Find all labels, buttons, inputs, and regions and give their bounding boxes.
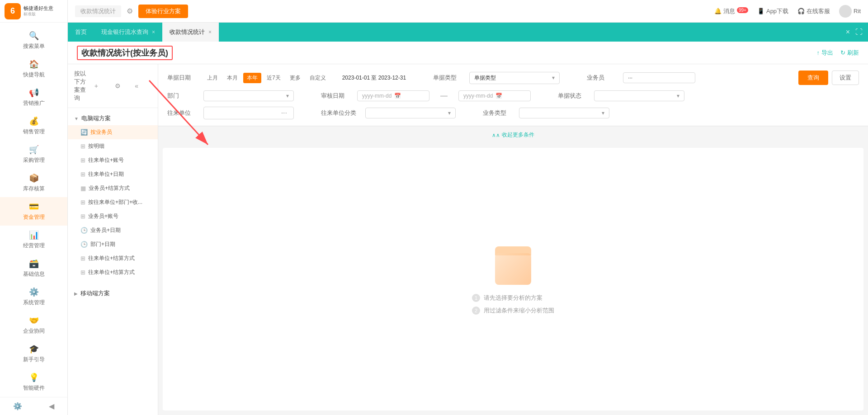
- business-type-select[interactable]: ▾: [519, 108, 609, 118]
- scheme-item-detail[interactable]: ⊞ 按明细: [68, 139, 158, 153]
- sidebar-item-purchase[interactable]: 🛒 采购管理: [0, 140, 67, 169]
- sidebar-collapse-btn[interactable]: ◀: [49, 402, 54, 410]
- sidebar-item-marketing[interactable]: 📢 营销推广: [0, 83, 67, 112]
- online-service-item[interactable]: 🎧 在线客服: [797, 7, 830, 15]
- guide-icon: 🎓: [29, 344, 39, 354]
- sidebar-item-operations[interactable]: 📊 经营管理: [0, 226, 67, 254]
- doc-type-select[interactable]: 单据类型 ▾: [469, 72, 560, 84]
- partner-settle2-icon: ⊞: [80, 269, 85, 276]
- scheme-group-desktop-title[interactable]: ▼ 电脑端方案: [68, 112, 158, 125]
- sidebar-label-enterprise: 企业协同: [23, 327, 45, 335]
- scheme-collapse-btn[interactable]: «: [135, 82, 151, 90]
- sidebar-item-basic[interactable]: 🗃️ 基础信息: [0, 254, 67, 283]
- date-tab-last-month[interactable]: 上月: [203, 73, 222, 83]
- search-icon: 🔍: [29, 31, 39, 41]
- review-date-from-input[interactable]: yyyy-mm-dd 📅: [357, 90, 429, 101]
- scheme-item-salesperson-date-label: 业务员+日期: [90, 226, 121, 234]
- salesperson-account-icon: ⊞: [80, 213, 85, 220]
- content-body: 按以下方案查询 + ⚙ « ▼ 电脑端方案 🔄 按业务员 ⊞: [68, 64, 868, 415]
- sidebar-item-guide[interactable]: 🎓 新手引导: [0, 340, 67, 368]
- date-label: 单据日期: [167, 74, 194, 82]
- filter-row-date: 单据日期 上月 本月 本年 近7天 更多 自定义 2023-01-01 至 20…: [167, 71, 859, 85]
- tab-bank-close[interactable]: ×: [152, 29, 155, 35]
- partner-category-select[interactable]: ▾: [365, 108, 456, 118]
- partner-more-btn[interactable]: ···: [281, 109, 287, 117]
- sidebar: 6 畅捷通好生意 标准版 🔍 搜索菜单 🏠 快捷导航 📢 营销推广 💰 销售管理…: [0, 0, 68, 415]
- date-tab-last7days[interactable]: 近7天: [263, 73, 284, 83]
- sidebar-item-quicknav[interactable]: 🏠 快捷导航: [0, 55, 67, 83]
- sidebar-settings-btn[interactable]: ⚙️: [13, 402, 22, 410]
- review-date-to-input[interactable]: yyyy-mm-dd 📅: [458, 90, 531, 101]
- scheme-setting-btn[interactable]: ⚙: [115, 82, 132, 90]
- scheme-group-mobile-label: 移动端方案: [80, 289, 110, 297]
- date-tab-more[interactable]: 更多: [286, 73, 304, 83]
- scheme-item-detail-label: 按明细: [88, 142, 104, 150]
- scheme-item-partner-account[interactable]: ⊞ 往来单位+账号: [68, 153, 158, 167]
- partner-select[interactable]: ···: [203, 107, 294, 119]
- scheme-item-dept-date[interactable]: 🕒 部门+日期: [68, 237, 158, 251]
- scheme-group-mobile: ▶ 移动端方案: [68, 283, 158, 304]
- basic-icon: 🗃️: [29, 259, 39, 269]
- sidebar-label-hardware: 智能硬件: [23, 384, 45, 392]
- partner-category-label: 往来单位分类: [321, 109, 356, 117]
- page-actions: ↑ 导出 ↻ 刷新: [817, 49, 859, 57]
- header-breadcrumb: 收款情况统计: [75, 5, 121, 17]
- date-dash: —: [440, 92, 448, 100]
- tab-fullscreen-btn[interactable]: ⛶: [855, 28, 863, 36]
- gear-icon[interactable]: ⚙: [127, 7, 133, 15]
- app-download-item[interactable]: 📱 App下载: [757, 7, 788, 15]
- setting-button[interactable]: 设置: [832, 71, 859, 85]
- chevron-down-icon: ▾: [677, 93, 679, 99]
- sidebar-item-system[interactable]: ⚙️ 系统管理: [0, 283, 67, 311]
- tab-home[interactable]: 首页: [68, 23, 94, 42]
- sidebar-label-purchase: 采购管理: [23, 156, 45, 164]
- scheme-add-btn[interactable]: +: [94, 82, 111, 90]
- scheme-group-mobile-title[interactable]: ▶ 移动端方案: [68, 287, 158, 300]
- date-range-value: 2023-01-01 至 2023-12-31: [342, 74, 406, 82]
- query-button[interactable]: 查询: [798, 71, 828, 85]
- chevron-down-icon: ▼: [74, 116, 79, 121]
- user-profile-item[interactable]: Rit: [839, 5, 861, 18]
- hint-text-2: 用过滤条件来缩小分析范围: [484, 307, 554, 315]
- tab-collection[interactable]: 收款情况统计 ×: [162, 23, 219, 42]
- partner-settle1-icon: ⊞: [80, 255, 85, 262]
- chevron-down-icon: ▾: [286, 93, 289, 99]
- scheme-item-salesperson-date[interactable]: 🕒 业务员+日期: [68, 223, 158, 237]
- date-tab-this-year[interactable]: 本年: [243, 73, 261, 83]
- sidebar-item-capital[interactable]: 💳 资金管理: [0, 197, 67, 226]
- scheme-item-salesperson[interactable]: 🔄 按业务员: [68, 125, 158, 139]
- chevron-down-icon: ▾: [552, 75, 555, 81]
- scheme-item-salesperson-account[interactable]: ⊞ 业务员+账号: [68, 209, 158, 223]
- notification-item[interactable]: 🔔 消息 99+: [714, 7, 748, 15]
- purchase-icon: 🛒: [29, 145, 39, 155]
- sidebar-item-enterprise[interactable]: 🤝 企业协同: [0, 311, 67, 340]
- scheme-item-partner-settle1[interactable]: ⊞ 往来单位+结算方式: [68, 251, 158, 265]
- salesperson-settle-icon: ▦: [80, 185, 86, 192]
- date-tab-custom[interactable]: 自定义: [306, 73, 330, 83]
- export-button[interactable]: ↑ 导出: [817, 49, 834, 57]
- scheme-item-salesperson-settle[interactable]: ▦ 业务员+结算方式: [68, 181, 158, 195]
- scheme-item-partner-date[interactable]: ⊞ 往来单位+日期: [68, 167, 158, 181]
- dept-select[interactable]: ▾: [203, 90, 294, 101]
- sidebar-item-search[interactable]: 🔍 搜索菜单: [0, 26, 67, 55]
- tab-bar-right: × ⛶: [846, 28, 868, 36]
- scheme-item-dept-date-label: 部门+日期: [90, 241, 115, 248]
- sidebar-item-inventory[interactable]: 📦 库存核算: [0, 169, 67, 197]
- scheme-item-partner-settle2[interactable]: ⊞ 往来单位+结算方式: [68, 265, 158, 279]
- trial-button[interactable]: 体验行业方案: [138, 5, 188, 18]
- tab-bank[interactable]: 现金银行流水查询 ×: [94, 23, 162, 42]
- scheme-item-partner-dept[interactable]: ⊞ 按往来单位+部门+收...: [68, 195, 158, 209]
- salesperson-select[interactable]: ···: [623, 72, 695, 83]
- doc-status-select[interactable]: ▾: [594, 90, 684, 101]
- collapse-bar[interactable]: ∧∧ 收起更多条件: [158, 126, 868, 143]
- tab-collection-close[interactable]: ×: [208, 29, 212, 35]
- dept-label: 部门: [167, 92, 194, 100]
- refresh-button[interactable]: ↻ 刷新: [840, 49, 859, 57]
- sidebar-item-hardware[interactable]: 💡 智能硬件: [0, 368, 67, 396]
- page-title-text: 收款情况统计(按业务员): [77, 46, 173, 60]
- logo-area: 6 畅捷通好生意 标准版: [0, 0, 67, 23]
- date-tab-this-month[interactable]: 本月: [223, 73, 241, 83]
- scheme-panel: 按以下方案查询 + ⚙ « ▼ 电脑端方案 🔄 按业务员 ⊞: [68, 64, 158, 415]
- sidebar-item-sales[interactable]: 💰 销售管理: [0, 112, 67, 140]
- tab-close-all-btn[interactable]: ×: [846, 28, 850, 36]
